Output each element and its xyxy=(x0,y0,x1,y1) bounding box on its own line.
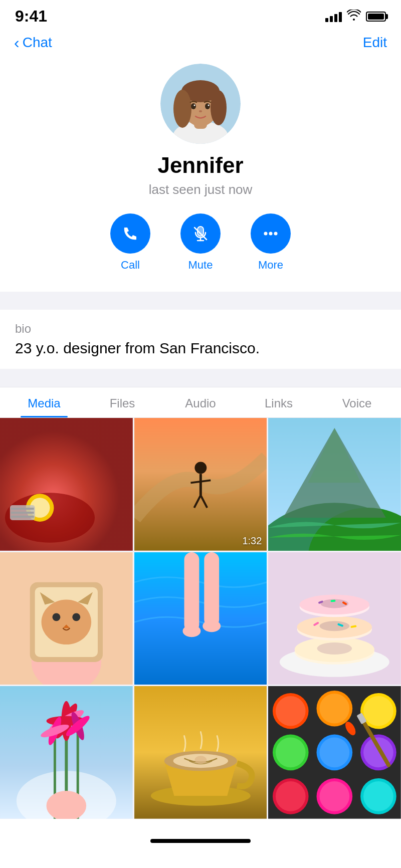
more-label: More xyxy=(258,259,283,272)
svg-point-7 xyxy=(211,90,227,125)
media-image-pool xyxy=(134,552,267,685)
bio-label: bio xyxy=(15,322,386,336)
profile-status: last seen just now xyxy=(149,182,253,197)
media-image-flowers xyxy=(0,686,133,819)
svg-rect-51 xyxy=(204,552,219,627)
svg-rect-26 xyxy=(11,512,34,514)
edit-button[interactable]: Edit xyxy=(363,35,387,51)
tab-links[interactable]: Links xyxy=(240,387,318,417)
svg-point-43 xyxy=(42,599,91,644)
svg-point-106 xyxy=(320,781,350,811)
media-image-paint xyxy=(268,686,401,819)
svg-point-104 xyxy=(276,781,306,811)
media-item-flowers[interactable] xyxy=(0,686,133,819)
svg-point-47 xyxy=(72,613,80,621)
more-button[interactable]: More xyxy=(251,213,291,272)
action-buttons: Call Mute xyxy=(95,213,306,277)
svg-point-29 xyxy=(194,462,207,474)
tab-audio[interactable]: Audio xyxy=(161,387,240,417)
tab-files[interactable]: Files xyxy=(83,387,161,417)
status-bar: 9:41 xyxy=(0,0,401,30)
svg-point-17 xyxy=(269,232,273,236)
call-circle xyxy=(110,213,150,254)
svg-point-11 xyxy=(208,105,210,106)
svg-point-96 xyxy=(363,696,393,726)
back-label: Chat xyxy=(23,35,52,51)
call-label: Call xyxy=(121,259,140,272)
svg-point-18 xyxy=(274,232,278,236)
media-item-coffee[interactable] xyxy=(134,686,267,819)
media-image-skate xyxy=(134,418,267,551)
mute-label: Mute xyxy=(188,259,213,272)
svg-point-12 xyxy=(199,110,202,112)
media-item-paint[interactable] xyxy=(268,686,401,819)
call-button[interactable]: Call xyxy=(110,213,150,272)
mute-icon xyxy=(190,224,211,244)
tabs-section: Media Files Audio Links Voice xyxy=(0,387,401,819)
tab-media[interactable]: Media xyxy=(5,387,83,417)
separator-1 xyxy=(0,292,401,310)
nav-bar: ‹ Chat Edit xyxy=(0,30,401,59)
separator-2 xyxy=(0,369,401,387)
media-item-mountain[interactable] xyxy=(268,418,401,551)
media-item-donuts[interactable] xyxy=(268,552,401,685)
bio-text: 23 y.o. designer from San Francisco. xyxy=(15,340,386,357)
home-indicator xyxy=(0,819,401,849)
media-item-skate[interactable]: 1:32 xyxy=(134,418,267,551)
svg-point-100 xyxy=(320,738,350,768)
media-image-toast xyxy=(0,552,133,685)
back-button[interactable]: ‹ Chat xyxy=(14,35,52,51)
profile-section: Jennifer last seen just now Call xyxy=(0,59,401,292)
svg-point-98 xyxy=(276,738,306,768)
video-duration: 1:32 xyxy=(242,535,262,547)
svg-point-6 xyxy=(173,90,191,128)
svg-point-9 xyxy=(205,103,210,109)
status-icons xyxy=(325,10,386,24)
svg-rect-25 xyxy=(11,508,34,510)
svg-point-8 xyxy=(191,103,196,109)
media-image-car xyxy=(0,418,133,551)
bio-section: bio 23 y.o. designer from San Francisco. xyxy=(0,310,401,369)
status-time: 9:41 xyxy=(15,7,47,26)
more-circle xyxy=(251,213,291,254)
avatar[interactable] xyxy=(160,64,241,144)
mute-button[interactable]: Mute xyxy=(180,213,221,272)
svg-point-94 xyxy=(320,694,350,724)
mute-circle xyxy=(180,213,221,254)
media-image-donuts xyxy=(268,552,401,685)
tab-voice[interactable]: Voice xyxy=(318,387,396,417)
media-item-toast[interactable] xyxy=(0,552,133,685)
svg-rect-50 xyxy=(184,552,199,632)
svg-point-16 xyxy=(264,232,268,236)
svg-point-53 xyxy=(203,620,221,632)
home-bar xyxy=(150,839,251,843)
signal-icon xyxy=(325,11,342,22)
more-icon xyxy=(261,224,281,244)
svg-point-46 xyxy=(52,613,60,621)
media-image-mountain xyxy=(268,418,401,551)
svg-point-92 xyxy=(276,696,306,726)
profile-name: Jennifer xyxy=(157,153,243,178)
wifi-icon xyxy=(347,10,361,24)
media-item-car[interactable] xyxy=(0,418,133,551)
phone-icon xyxy=(120,224,140,244)
svg-point-108 xyxy=(363,781,393,811)
svg-point-58 xyxy=(317,642,352,655)
svg-point-89 xyxy=(194,756,207,764)
media-item-pool[interactable] xyxy=(134,552,267,685)
media-image-coffee xyxy=(134,686,267,819)
svg-point-61 xyxy=(320,621,350,631)
media-grid: 1:32 xyxy=(0,418,401,819)
tabs-header: Media Files Audio Links Voice xyxy=(0,387,401,418)
svg-point-52 xyxy=(182,625,200,637)
chevron-left-icon: ‹ xyxy=(14,35,20,51)
svg-rect-27 xyxy=(11,516,34,518)
svg-point-10 xyxy=(194,105,195,106)
battery-icon xyxy=(366,12,386,22)
